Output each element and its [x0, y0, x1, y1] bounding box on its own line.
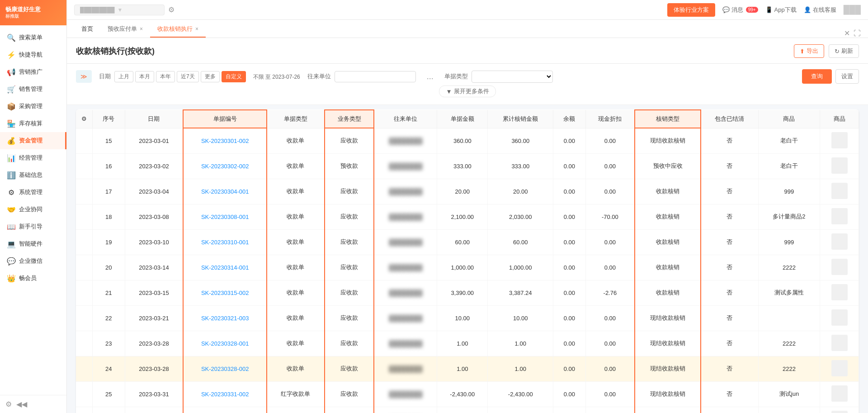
td-goods: 2222 [758, 356, 820, 381]
td-discount: 0.00 [585, 229, 635, 255]
sidebar-label-3: 销售管理 [19, 85, 42, 93]
sidebar-item-13[interactable]: 💬 企业微信 [0, 252, 66, 270]
sidebar-item-9[interactable]: ⚙ 系统管理 [0, 184, 66, 201]
sidebar-item-6[interactable]: 💰 资金管理 [0, 132, 66, 149]
td-bill-no: SK-20230301-002 [183, 128, 267, 153]
td-goods: 多计量商品2 [758, 204, 820, 229]
td-settings [76, 280, 93, 305]
search-box: █████████ ▼ [74, 5, 165, 15]
export-btn[interactable]: ⬆ 导出 [794, 44, 824, 58]
td-goods-img [820, 305, 859, 331]
table-row: 24 2023-03-28 SK-20230328-002 收款单 应收款 ██… [76, 356, 859, 381]
td-balance: 0.00 [553, 356, 586, 381]
td-bill-type: 收款单 [267, 305, 325, 331]
td-verify-type: 现结收款核销 [635, 128, 701, 153]
message-icon-area[interactable]: 💬 消息 99+ [722, 6, 758, 14]
td-biz-type: 应收款 [325, 128, 374, 153]
td-goods-img [820, 381, 859, 407]
receipt-type-select[interactable] [472, 71, 553, 83]
sidebar-icon-12: 💻 [7, 240, 15, 248]
btn-custom-date[interactable]: 自定义 [222, 71, 246, 82]
expand-more-btn[interactable]: ▼ 展开更多条件 [439, 85, 495, 97]
maximize-icon[interactable]: ⛶ [854, 29, 861, 38]
online-service-area[interactable]: 👤 在线客服 [804, 6, 836, 14]
sidebar-item-10[interactable]: 🤝 企业协同 [0, 201, 66, 218]
td-verified: 20.00 [488, 407, 553, 413]
collapse-icon[interactable]: ◀◀ [16, 400, 27, 408]
td-verified: 333.00 [488, 153, 553, 179]
tab-home[interactable]: 首页 [74, 21, 100, 38]
sidebar-label-9: 系统管理 [19, 188, 42, 196]
td-biz-type: 应收款 [325, 255, 374, 280]
bill-no-link[interactable]: SK-20230308-001 [201, 214, 249, 220]
tab-close-receipt[interactable]: × [195, 26, 198, 32]
app-logo: 畅康道好生意 标推版 [0, 0, 66, 25]
setting-btn[interactable]: 设置 [835, 69, 859, 84]
td-verify-type: 收款核销 [635, 280, 701, 305]
td-goods: 测试jun [758, 381, 820, 407]
bill-no-link[interactable]: SK-20230302-002 [201, 163, 249, 170]
sidebar-item-4[interactable]: 📦 采购管理 [0, 98, 66, 115]
partner-input[interactable] [335, 71, 416, 82]
sidebar-label-2: 营销推广 [19, 68, 42, 76]
table-row: 15 2023-03-01 SK-20230301-002 收款单 应收款 ██… [76, 128, 859, 153]
td-bill-no: SK-20230315-002 [183, 280, 267, 305]
bill-no-link[interactable]: SK-20230331-002 [201, 391, 249, 398]
page-content: 收款核销执行(按收款) ⬆ 导出 ↻ 刷新 ≫ 日期 [67, 38, 868, 413]
sidebar-item-5[interactable]: 🏪 库存核算 [0, 115, 66, 132]
th-index: 序号 [93, 110, 125, 128]
tab-receipt-verify[interactable]: 收款核销执行 × [150, 21, 206, 38]
sidebar-item-12[interactable]: 💻 智能硬件 [0, 235, 66, 252]
th-verified: 累计核销金额 [488, 110, 553, 128]
btn-more-date[interactable]: 更多 [201, 71, 220, 82]
sidebar-icon-5: 🏪 [7, 119, 15, 128]
sidebar-item-14[interactable]: 👑 畅会员 [0, 270, 66, 287]
sidebar-item-2[interactable]: 📢 营销推广 [0, 63, 66, 81]
gear-icon[interactable]: ⚙ [168, 5, 175, 14]
btn-this-year[interactable]: 本年 [156, 71, 175, 82]
sidebar-item-8[interactable]: ℹ️ 基础信息 [0, 166, 66, 184]
refresh-btn[interactable]: ↻ 刷新 [829, 44, 859, 58]
sidebar-icon-8: ℹ️ [7, 171, 15, 179]
table-container: ⚙ 序号 日期 单据编号 单据类型 业务类型 往来单位 单据金额 累计核销金额 … [67, 109, 868, 413]
btn-last-month[interactable]: 上月 [114, 71, 133, 82]
td-verify-type: 收款核销 [635, 204, 701, 229]
td-discount: 0.00 [585, 179, 635, 204]
sidebar-item-0[interactable]: 🔍 搜索菜单 [0, 29, 66, 46]
td-date: 2023-03-10 [125, 229, 183, 255]
td-amount: 1,000.00 [437, 255, 488, 280]
td-balance: 0.00 [553, 305, 586, 331]
bill-no-link[interactable]: SK-20230321-003 [201, 315, 249, 322]
sidebar-item-7[interactable]: 📊 经营管理 [0, 149, 66, 166]
sidebar-item-11[interactable]: 📖 新手引导 [0, 218, 66, 235]
filter-toggle-btn[interactable]: ≫ [76, 70, 92, 83]
sidebar-icon-4: 📦 [7, 102, 15, 110]
btn-7days[interactable]: 近7天 [177, 71, 199, 82]
sidebar-item-1[interactable]: ⚡ 快捷导航 [0, 46, 66, 63]
settings-icon[interactable]: ⚙ [5, 400, 12, 408]
td-date: 2023-04-03 [125, 407, 183, 413]
bill-no-link[interactable]: SK-20230301-002 [201, 138, 249, 144]
th-settings[interactable]: ⚙ [76, 110, 93, 128]
td-balance: 0.00 [553, 229, 586, 255]
tab-prepayment[interactable]: 预收应付单 × [100, 21, 150, 38]
bill-no-link[interactable]: SK-20230314-001 [201, 264, 249, 271]
td-amount: 3,390.00 [437, 280, 488, 305]
query-btn[interactable]: 查询 [802, 69, 832, 84]
sidebar-label-5: 库存核算 [19, 119, 42, 128]
td-partner: ████████ [374, 356, 437, 381]
bill-no-link[interactable]: SK-20230315-002 [201, 290, 249, 296]
td-index: 16 [93, 153, 125, 179]
industry-btn[interactable]: 体验行业方案 [667, 3, 715, 17]
bill-no-link[interactable]: SK-20230328-001 [201, 340, 249, 347]
bill-no-link[interactable]: SK-20230328-002 [201, 366, 249, 372]
th-include-settled: 包含已结清 [701, 110, 758, 128]
btn-this-month[interactable]: 本月 [135, 71, 154, 82]
app-download-area[interactable]: 📱 App下载 [765, 6, 797, 14]
bill-no-link[interactable]: SK-20230304-001 [201, 188, 249, 195]
close-tab-icon[interactable]: ✕ [844, 29, 850, 38]
tab-close-prepayment[interactable]: × [140, 26, 143, 32]
td-index: 23 [93, 331, 125, 356]
bill-no-link[interactable]: SK-20230310-001 [201, 239, 249, 246]
sidebar-item-3[interactable]: 🛒 销售管理 [0, 81, 66, 98]
